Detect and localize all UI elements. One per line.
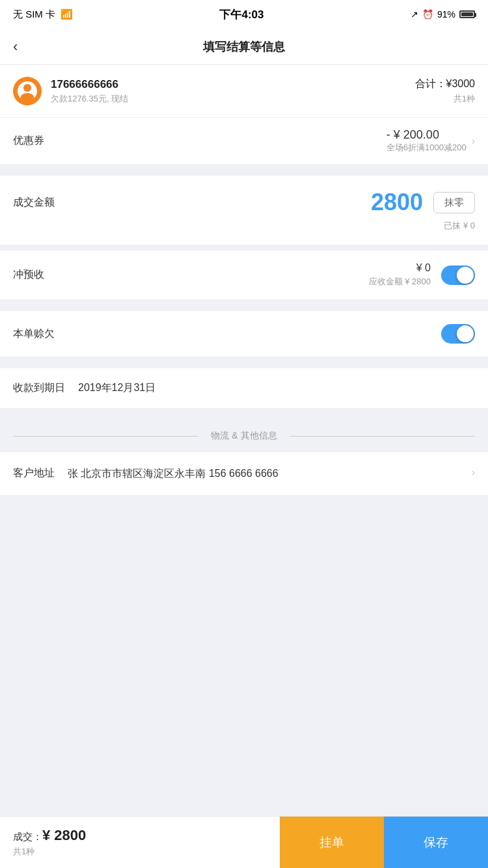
avatar	[13, 77, 42, 105]
bad-debt-toggle[interactable]	[441, 324, 475, 344]
bottom-spacer	[0, 617, 488, 670]
total-count: 共1种	[415, 93, 476, 105]
logistics-line-right	[290, 436, 475, 437]
deal-amount-row: 成交金额 2800 抹零	[13, 189, 475, 216]
customer-card: 17666666666 欠款1276.35元, 现结 合计：¥3000 共1种 …	[0, 65, 488, 164]
bad-debt-toggle-thumb	[457, 325, 474, 342]
status-right: ↗ ⏰ 91%	[411, 9, 475, 20]
status-bar: 无 SIM 卡 📶 下午4:03 ↗ ⏰ 91%	[0, 0, 488, 29]
coupon-chevron-icon: ›	[472, 135, 475, 147]
back-button[interactable]: ‹	[13, 38, 18, 55]
customer-info: 17666666666 欠款1276.35元, 现结	[51, 78, 128, 105]
prepay-right: ¥ 0 应收金额 ¥ 2800	[369, 262, 475, 288]
alarm-icon: ⏰	[422, 9, 433, 20]
bad-debt-row: 本单赊欠	[0, 311, 488, 357]
customer-right: 合计：¥3000 共1种	[415, 77, 476, 105]
bottom-count: 共1种	[13, 846, 267, 858]
empty-area	[0, 500, 488, 617]
prepay-values: ¥ 0 应收金额 ¥ 2800	[369, 262, 431, 288]
save-button[interactable]: 保存	[384, 817, 488, 869]
section-divider-3	[0, 362, 488, 368]
deal-section: 成交金额 2800 抹零 已抹 ¥ 0	[0, 176, 488, 245]
address-chevron-icon: ›	[472, 465, 475, 478]
total-amount: 合计：¥3000	[415, 77, 476, 91]
page-title: 填写结算等信息	[203, 39, 285, 55]
section-divider-1	[0, 169, 488, 176]
nav-bar: ‹ 填写结算等信息	[0, 29, 488, 65]
due-date-row: 收款到期日 2019年12月31日	[0, 368, 488, 408]
customer-phone: 17666666666	[51, 78, 128, 91]
bottom-bar: 成交：¥ 2800 共1种 挂单 保存	[0, 816, 488, 868]
coupon-value: - ¥ 200.00	[386, 128, 467, 142]
section-divider-2	[0, 305, 488, 311]
hang-button[interactable]: 挂单	[280, 817, 384, 869]
carrier-label: 无 SIM 卡	[13, 8, 55, 21]
address-label: 客户地址	[13, 465, 55, 480]
due-date-label: 收款到期日	[13, 381, 65, 395]
battery-icon	[459, 10, 475, 18]
coupon-label: 优惠券	[13, 134, 44, 148]
prepay-sub: 应收金额 ¥ 2800	[369, 276, 431, 288]
status-time: 下午4:03	[219, 7, 264, 22]
deal-sub-text: 已抹 ¥ 0	[13, 220, 475, 232]
coupon-row[interactable]: 优惠券 - ¥ 200.00 全场6折满1000减200 ›	[0, 117, 488, 164]
bottom-deal-label: 成交：	[13, 831, 42, 842]
status-left: 无 SIM 卡 📶	[13, 8, 73, 21]
prepay-row: 冲预收 ¥ 0 应收金额 ¥ 2800	[0, 250, 488, 299]
logistics-header: 物流 & 其他信息	[0, 420, 488, 452]
location-icon: ↗	[411, 9, 418, 20]
coupon-right: - ¥ 200.00 全场6折满1000减200 ›	[386, 128, 475, 154]
customer-left: 17666666666 欠款1276.35元, 现结	[13, 77, 128, 105]
logistics-line-left	[13, 436, 198, 437]
prepay-label: 冲预收	[13, 268, 44, 282]
due-date-value: 2019年12月31日	[78, 381, 156, 395]
bottom-deal-amount: ¥ 2800	[42, 827, 86, 843]
wifi-icon: 📶	[61, 8, 73, 20]
customer-subtext: 欠款1276.35元, 现结	[51, 93, 128, 105]
battery-label: 91%	[437, 9, 455, 20]
deal-right: 2800 抹零	[371, 189, 475, 216]
address-row[interactable]: 客户地址 张 北京市市辖区海淀区永丰南 156 6666 6666 ›	[0, 452, 488, 495]
bottom-info: 成交：¥ 2800 共1种	[0, 827, 280, 858]
avatar-icon	[18, 81, 37, 101]
section-divider-4	[0, 413, 488, 420]
prepay-amount: ¥ 0	[369, 262, 431, 274]
toggle-thumb	[457, 267, 474, 284]
prepay-toggle[interactable]	[441, 265, 475, 285]
round-off-button[interactable]: 抹零	[433, 192, 475, 213]
bad-debt-label: 本单赊欠	[13, 327, 55, 341]
customer-row: 17666666666 欠款1276.35元, 现结 合计：¥3000 共1种	[0, 65, 488, 117]
prepay-card: 冲预收 ¥ 0 应收金额 ¥ 2800	[0, 250, 488, 299]
address-value: 张 北京市市辖区海淀区永丰南 156 6666 6666	[68, 465, 465, 482]
bottom-deal: 成交：¥ 2800	[13, 827, 267, 844]
deal-amount-value: 2800	[371, 189, 423, 216]
coupon-desc: 全场6折满1000减200	[386, 142, 467, 154]
logistics-title: 物流 & 其他信息	[211, 430, 277, 442]
deal-amount-label: 成交金额	[13, 196, 55, 210]
